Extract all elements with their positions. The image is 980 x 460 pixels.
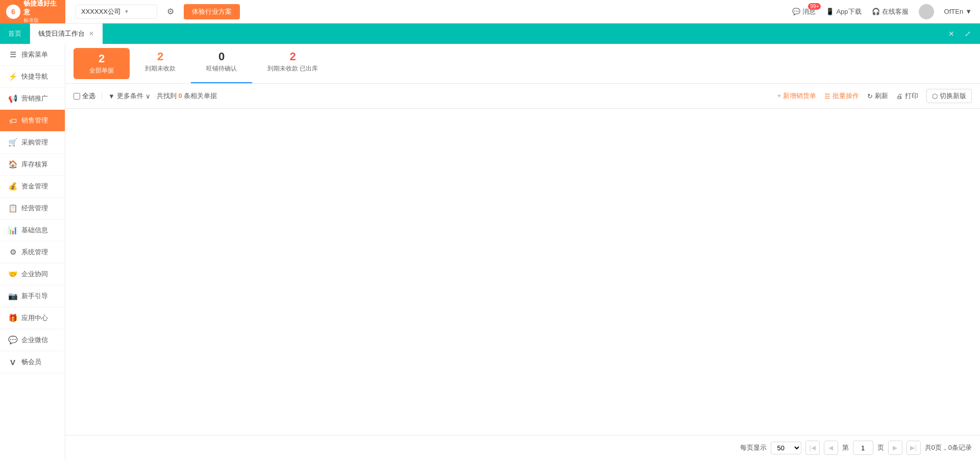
sidebar-item-finance[interactable]: 💰 资金管理 [0,176,65,198]
collab-icon: 🤝 [8,270,17,279]
batch-label: 批量操作 [832,91,859,101]
message-btn[interactable]: 💬 消息 99+ [792,7,816,16]
page-prev-btn[interactable]: ◀ [824,441,838,455]
sidebar-member-label: 畅会员 [21,357,41,367]
sidebar-guide-label: 新手引导 [21,292,48,301]
message-icon: 💬 [792,8,800,15]
tab-workbench-label: 钱货日清工作台 [38,29,85,38]
per-page-select[interactable]: 50 20 100 [771,442,801,454]
sales-icon: 🏷 [8,116,17,125]
tab-minimize-icon[interactable]: ✕ [945,28,958,40]
search-menu-icon: ☰ [8,50,17,59]
avatar[interactable] [919,4,934,19]
sidebar-item-wechat[interactable]: 💬 企业微信 [0,329,65,351]
per-page-label: 每页显示 [740,443,767,452]
user-menu-icon: ▼ [965,8,972,15]
sidebar-inventory-label: 库存核算 [21,160,48,169]
sidebar-item-operations[interactable]: 📋 经营管理 [0,198,65,220]
tab-maximize-icon[interactable]: ⤢ [962,28,974,40]
service-icon: 🎧 [872,8,880,15]
refresh-icon: ↻ [867,92,873,100]
finance-icon: 💰 [8,182,17,191]
stat-tab-overdue[interactable]: 2 到期未收款 [130,44,191,83]
print-label: 打印 [905,91,918,101]
select-all-checkbox[interactable]: 全选 [74,91,95,101]
experience-btn[interactable]: 体验行业方案 [184,4,240,19]
sidebar-item-quicknav[interactable]: ⚡ 快捷导航 [0,66,65,88]
add-sales-order-btn[interactable]: + 新增销货单 [777,91,816,101]
sidebar-item-search[interactable]: ☰ 搜索菜单 [0,44,65,66]
tab-actions: ✕ ⤢ [945,28,980,40]
stat-tab-wangpu[interactable]: 0 旺铺待确认 [191,44,252,83]
stat-tab-all[interactable]: 2 全部单据 [74,48,130,79]
batch-icon: ☰ [824,92,830,100]
sidebar-item-system[interactable]: ⚙ 系统管理 [0,241,65,263]
user-name[interactable]: OfTEn ▼ [944,8,972,15]
filter-icon: ▼ [108,92,115,100]
stat-tab-shipped[interactable]: 2 到期未收款 已出库 [252,44,333,83]
sidebar-finance-label: 资金管理 [21,182,48,191]
filter-btn[interactable]: ▼ 更多条件 ∨ [108,91,151,101]
wechat-icon: 💬 [8,335,17,345]
refresh-btn[interactable]: ↻ 刷新 [867,91,888,101]
stat-label-wangpu: 旺铺待确认 [206,64,237,73]
logo-text: 畅捷通好生意 标准版 [23,0,59,23]
stat-count-overdue: 2 [157,50,163,63]
top-header: 6 畅捷通好生意 标准版 XXXXXX公司 ▼ ⚙ 体验行业方案 💬 消息 99… [0,0,980,23]
sidebar-item-sales[interactable]: 🏷 销售管理 [0,110,65,132]
system-icon: ⚙ [8,248,17,257]
switch-label: 切换新版 [940,91,966,101]
stat-label-overdue: 到期未收款 [145,64,176,73]
sidebar-item-inventory[interactable]: 🏠 库存核算 [0,154,65,176]
member-icon: V [8,358,17,367]
sidebar: ☰ 搜索菜单 ⚡ 快捷导航 📢 营销推广 🏷 销售管理 🛒 采购管理 🏠 库存核… [0,44,65,460]
switch-version-btn[interactable]: ⬡ 切换新版 [926,89,972,103]
stats-tabs: 2 全部单据 2 到期未收款 0 旺铺待确认 2 到期未收款 已出库 [65,44,980,84]
header-right: 💬 消息 99+ 📱 App下载 🎧 在线客服 OfTEn ▼ [792,4,972,19]
settings-icon[interactable]: ⚙ [162,4,179,20]
batch-operation-btn[interactable]: ☰ 批量操作 [824,91,859,101]
logo-main: 畅捷通好生意 [23,0,59,17]
switch-icon: ⬡ [932,92,938,100]
sidebar-basics-label: 基础信息 [21,226,48,235]
print-btn[interactable]: 🖨 打印 [896,91,918,101]
sidebar-item-purchase[interactable]: 🛒 采购管理 [0,132,65,154]
tab-close-icon[interactable]: ✕ [89,30,94,37]
print-icon: 🖨 [896,92,903,100]
page-input[interactable] [853,441,873,455]
logo-icon: 6 [6,5,20,19]
message-badge: 99+ [808,3,821,10]
sidebar-appcenter-label: 应用中心 [21,313,48,323]
page-label: 第 [842,443,849,452]
sidebar-item-appcenter[interactable]: 🎁 应用中心 [0,307,65,329]
logo-sub: 标准版 [23,17,59,23]
sidebar-item-collab[interactable]: 🤝 企业协同 [0,263,65,285]
page-first-btn[interactable]: |◀ [805,441,820,455]
chevron-down-icon: ▼ [124,9,129,14]
filter-chevron-icon: ∨ [145,92,151,100]
appcenter-icon: 🎁 [8,313,17,323]
tab-home[interactable]: 首页 [0,23,30,44]
refresh-label: 刷新 [875,91,888,101]
page-label-2: 页 [877,443,884,452]
online-service-btn[interactable]: 🎧 在线客服 [872,7,909,16]
sidebar-quicknav-label: 快捷导航 [21,72,48,81]
table-area [65,109,980,435]
quicknav-icon: ⚡ [8,72,17,81]
tab-workbench[interactable]: 钱货日清工作台 ✕ [30,23,103,44]
total-text: 共0页，0条记录 [925,443,972,452]
sidebar-item-guide[interactable]: 📷 新手引导 [0,285,65,307]
select-all-input[interactable] [74,93,80,100]
app-download-btn[interactable]: 📱 App下载 [826,7,861,16]
sidebar-item-marketing[interactable]: 📢 营销推广 [0,88,65,110]
toolbar-divider-1 [102,92,102,100]
stat-label-all: 全部单据 [89,66,114,75]
tab-bar: 首页 钱货日清工作台 ✕ ✕ ⤢ [0,23,980,44]
page-next-btn[interactable]: ▶ [888,441,902,455]
logo-area: 6 畅捷通好生意 标准版 [0,0,65,23]
company-selector[interactable]: XXXXXX公司 ▼ [76,5,157,19]
sidebar-item-member[interactable]: V 畅会员 [0,351,65,373]
sidebar-item-basics[interactable]: 📊 基础信息 [0,220,65,241]
tab-home-label: 首页 [8,29,21,38]
page-last-btn[interactable]: ▶| [906,441,921,455]
